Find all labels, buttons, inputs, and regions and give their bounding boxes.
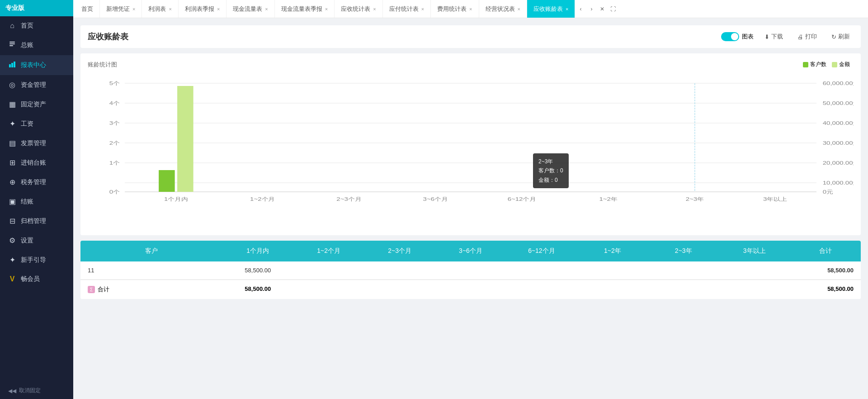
tab-label: 首页 [81,5,93,13]
tab-label: 应收统计表 [341,5,370,13]
col-header-2-3year: 2~3年 [648,241,719,261]
toggle-pin-button[interactable]: ◀◀ 取消固定 [0,382,73,399]
svg-text:3年以上: 3年以上 [763,196,787,202]
tab-label: 经营状况表 [486,5,515,13]
data-table: 客户 1个月内 1~2个月 2~3个月 3~6个月 6~12个月 1~2年 2~… [80,241,861,299]
download-button[interactable]: ⬇ 下载 [761,31,787,43]
sidebar-item-guide[interactable]: ✦ 新手引导 [0,250,73,270]
tab-expense-stat[interactable]: 费用统计表 × [431,0,479,18]
cell-6-12month [506,261,577,279]
tab-close-icon[interactable]: × [265,6,268,12]
svg-rect-1 [9,43,15,44]
tab-close-icon[interactable]: × [132,6,135,12]
svg-text:20,000.00元: 20,000.00元 [823,160,854,166]
tab-close-icon[interactable]: × [566,6,568,12]
footer-1-2month [293,280,364,299]
tab-maximize[interactable]: ⛶ [608,0,618,18]
sidebar-item-close[interactable]: ▣ 结账 [0,192,73,211]
svg-rect-3 [9,64,11,67]
svg-text:1个月内: 1个月内 [164,196,188,202]
svg-text:5个: 5个 [109,81,120,86]
tab-scroll-left[interactable]: ‹ [575,0,586,18]
main-area: 首页 新增凭证 × 利润表 × 利润表季报 × 现金流量表 × 现金流量表季报 … [73,0,868,399]
legend-color-amount [832,62,837,67]
legend-amount: 金额 [832,61,850,68]
tab-voucher[interactable]: 新增凭证 × [100,0,142,18]
sidebar-item-label: 设置 [21,237,33,245]
sidebar-item-archive[interactable]: ⊟ 归档管理 [0,211,73,231]
invoice-icon: ▤ [8,139,16,147]
sidebar-item-tax[interactable]: ⊕ 税务管理 [0,172,73,192]
tab-close-all[interactable]: ✕ [597,0,608,18]
toggle-track[interactable] [721,32,739,41]
table-header: 客户 1个月内 1~2个月 2~3个月 3~6个月 6~12个月 1~2年 2~… [80,241,861,261]
tab-cashflow-season[interactable]: 现金流量表季报 × [275,0,335,18]
footer-3-6month [435,280,506,299]
footer-2-3month [364,280,435,299]
sidebar-item-settings[interactable]: ⚙ 设置 [0,231,73,250]
sidebar-item-vip[interactable]: V 畅会员 [0,270,73,289]
tab-close-icon[interactable]: × [421,6,424,12]
svg-text:1~2个月: 1~2个月 [250,196,275,202]
tab-scroll-right[interactable]: › [586,0,597,18]
download-label: 下载 [771,33,783,41]
sidebar-item-label: 进销台账 [21,159,46,167]
tab-close-icon[interactable]: × [217,6,220,12]
sidebar-item-stock[interactable]: ⊞ 进销台账 [0,153,73,172]
print-icon: 🖨 [797,33,803,40]
toggle-thumb [731,33,738,40]
chart-toggle[interactable]: 图表 [721,32,754,41]
chart-title: 账龄统计图 [88,61,854,69]
tab-close-icon[interactable]: × [325,6,328,12]
sidebar-item-ledger[interactable]: 总账 [0,35,73,55]
footer-2-3year [648,280,719,299]
toggle-label: 图表 [742,33,754,41]
sidebar-item-label: 资金管理 [21,81,46,89]
tab-close-icon[interactable]: × [469,6,472,12]
svg-text:3~6个月: 3~6个月 [423,196,448,202]
print-button[interactable]: 🖨 打印 [794,31,821,43]
sidebar-item-invoice[interactable]: ▤ 发票管理 [0,133,73,153]
refresh-button[interactable]: ↻ 刷新 [828,31,854,43]
page-title: 应收账龄表 [88,31,128,42]
sidebar-item-home[interactable]: ⌂ 首页 [0,16,73,35]
tab-aging[interactable]: 应收账龄表 × [527,0,575,18]
pin-icon: ◀◀ [8,388,16,394]
tab-profit-season[interactable]: 利润表季报 × [179,0,226,18]
sidebar-item-label: 报表中心 [21,61,46,69]
tab-business-stat[interactable]: 经营状况表 × [479,0,527,18]
table-row: 11 58,500.00 58,500.00 [80,261,861,280]
svg-text:40,000.00元: 40,000.00元 [823,120,854,126]
settings-icon: ⚙ [8,236,16,245]
sidebar-item-fund[interactable]: ◎ 资金管理 [0,75,73,95]
tab-profit[interactable]: 利润表 × [142,0,178,18]
legend-customers: 客户数 [803,61,826,68]
col-header-1month: 1个月内 [222,241,293,261]
sidebar-item-label: 发票管理 [21,139,46,147]
sidebar-item-report[interactable]: 报表中心 [0,55,73,75]
cell-1-2year [577,261,648,279]
col-header-3-6month: 3~6个月 [435,241,506,261]
sidebar-item-label: 工资 [21,120,33,128]
sidebar-item-salary[interactable]: ✦ 工资 [0,114,73,133]
report-icon [8,61,16,70]
svg-text:50,000.00元: 50,000.00元 [823,100,854,106]
page-header: 应收账龄表 图表 ⬇ 下载 🖨 打印 ↻ 刷新 [80,25,861,48]
cell-1-2month [293,261,364,279]
tab-receivable-stat[interactable]: 应收统计表 × [335,0,382,18]
tab-payable-stat[interactable]: 应付统计表 × [383,0,431,18]
tab-home[interactable]: 首页 [75,0,100,18]
sidebar-item-label: 归档管理 [21,217,46,225]
tab-label: 现金流量表季报 [281,5,322,13]
chart-container: 账龄统计图 客户数 金额 [80,53,861,235]
tab-close-icon[interactable]: × [518,6,520,12]
tab-close-icon[interactable]: × [169,6,171,12]
tab-close-icon[interactable]: × [373,6,376,12]
legend-label-customers: 客户数 [810,61,826,68]
col-header-2-3month: 2~3个月 [364,241,435,261]
sidebar-item-asset[interactable]: ▦ 固定资产 [0,95,73,114]
footer-over3year [719,280,790,299]
svg-text:2~3个月: 2~3个月 [336,196,361,202]
tab-label: 应收账龄表 [533,5,563,13]
tab-cashflow[interactable]: 现金流量表 × [226,0,274,18]
